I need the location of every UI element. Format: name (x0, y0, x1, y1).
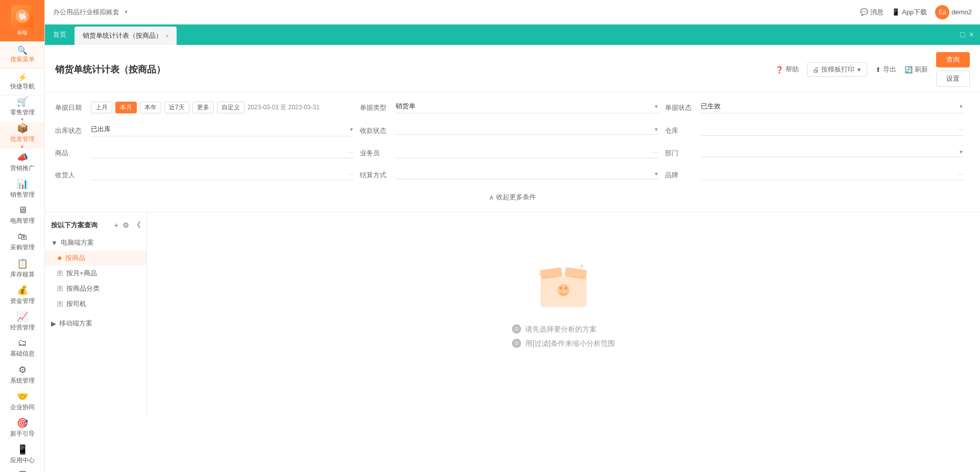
export-btn[interactable]: ⬆ 导出 (875, 65, 896, 74)
empty-state: ✦ ✦ ✦ ① 请先选择要分析的方案 (147, 213, 980, 391)
filter-row-4: 收货人 ··· 结算方式 ▼ (55, 167, 970, 183)
goods-input[interactable]: ··· (91, 148, 354, 158)
date-btn-this-year[interactable]: 本年 (140, 102, 161, 113)
user-menu[interactable]: Ea demo2 (935, 5, 972, 19)
status-select[interactable]: 已生效 ▼ (701, 102, 964, 113)
sidebar-item-finance[interactable]: 💰 资金管理 (0, 281, 44, 308)
tree-icon-2: 图 (57, 285, 63, 293)
warehouse-dots[interactable]: ··· (958, 125, 964, 133)
mobile-section-title[interactable]: ▶ 移动端方案 (45, 316, 146, 331)
date-btn-7days[interactable]: 近7天 (164, 102, 189, 113)
hint-2: ② 用[过滤]条件来缩小分析范围 (512, 336, 615, 350)
query-button[interactable]: 查询 (936, 52, 970, 67)
svg-text:✦: ✦ (579, 262, 585, 270)
empty-svg: ✦ ✦ ✦ (528, 253, 599, 310)
payment-select[interactable]: ▼ (396, 127, 658, 135)
top-header: 办公用品行业模拟账套 ▼ 💬 消息 📱 App下载 Ea demo2 (45, 0, 980, 25)
pc-section-title[interactable]: ▼ 电脑端方案 (45, 235, 146, 250)
settlement-select[interactable]: ▼ (396, 171, 658, 179)
svg-point-7 (565, 287, 568, 290)
date-btn-this-month[interactable]: 本月 (115, 102, 137, 113)
date-btn-last-month[interactable]: 上月 (91, 102, 112, 113)
sidebar-item-system[interactable]: ⚙ 系统管理 (0, 361, 44, 388)
tab-home[interactable]: 首页 (45, 25, 75, 45)
sidebar-search-item[interactable]: 🔍 搜索菜单 (0, 41, 44, 68)
app-download-btn[interactable]: 📱 App下载 (892, 8, 927, 17)
tree-item-by-month-goods[interactable]: 图 按月+商品 (45, 266, 146, 281)
collapse-panel-btn[interactable]: 《 (133, 221, 140, 230)
sidebar-item-ecommerce[interactable]: 🖥 电商管理 (0, 202, 44, 228)
hint-1-num: ① (512, 324, 521, 334)
sidebar-quick-item[interactable]: ⚡ 快捷导航 (0, 68, 44, 96)
message-btn[interactable]: 💬 消息 (860, 8, 884, 17)
tree-expand-icon: ▼ (51, 239, 58, 247)
sidebar-item-wxwork[interactable]: 💬 企业微信 (0, 467, 44, 472)
sidebar-item-wholesale[interactable]: 📦 批发管理 ▲ (0, 122, 44, 149)
help-btn[interactable]: ❓ 帮助 (775, 65, 799, 74)
date-btn-more[interactable]: 更多 (192, 102, 214, 113)
tab-bar: 首页 销货单统计计表（按商品） × □ × (45, 25, 980, 45)
page-content: 销货单统计计表（按商品） ❓ 帮助 🖨 按模板打印 ▼ ⬆ (45, 45, 980, 472)
close-window-icon[interactable]: × (969, 30, 974, 39)
sidebar-item-enterprise[interactable]: 🤝 企业协同 (0, 388, 44, 414)
tree-item-by-goods[interactable]: ● 按商品 (45, 250, 146, 266)
print-btn[interactable]: 🖨 按模板打印 ▼ (807, 62, 867, 77)
industry-dropdown-arrow[interactable]: ▼ (124, 9, 129, 15)
sidebar: 畅 标版 🔍 搜索菜单 ⚡ 快捷导航 🛒 零售管理 ▼ 📦 批发管理 (0, 0, 45, 472)
tab-close-btn[interactable]: × (165, 33, 168, 39)
staff-dots[interactable]: ··· (653, 148, 659, 156)
logo-subtitle: 标版 (17, 29, 28, 36)
help-icon: ❓ (775, 66, 783, 74)
add-scheme-btn[interactable]: + (114, 221, 118, 229)
collapse-btn[interactable]: ∧ 收起更多条件 (485, 188, 540, 206)
collapse-up-icon: ∧ (489, 194, 494, 201)
out-status-arrow: ▼ (349, 127, 354, 132)
type-select[interactable]: 销货单 ▼ (396, 102, 658, 113)
sidebar-item-guide[interactable]: 🎯 新手引导 (0, 414, 44, 441)
tree-item-by-driver[interactable]: 图 按司机 (45, 296, 146, 312)
setting-button[interactable]: 设置 (936, 70, 970, 87)
sidebar-item-appstore[interactable]: 📱 应用中心 (0, 441, 44, 467)
brand-input[interactable]: ··· (701, 170, 964, 180)
type-dropdown-arrow: ▼ (654, 104, 659, 109)
sidebar-item-retail[interactable]: 🛒 零售管理 ▼ (0, 96, 44, 122)
sidebar-item-marketing[interactable]: 📣 营销推广 (0, 149, 44, 175)
sidebar-item-basic[interactable]: 🗂 基础信息 (0, 335, 44, 361)
tab-active[interactable]: 销货单统计计表（按商品） × (75, 27, 177, 45)
sidebar-item-operations[interactable]: 📈 经营管理 (0, 308, 44, 335)
tree-expand-icon-mobile: ▶ (51, 320, 56, 327)
avatar: Ea (935, 5, 949, 19)
sidebar-item-purchase[interactable]: 🛍 采购管理 (0, 228, 44, 255)
dept-arrow: ▼ (959, 149, 964, 155)
out-status-label: 出库状态 (55, 126, 91, 135)
dept-select[interactable]: ▼ (701, 149, 964, 157)
filter-row-2: 出库状态 已出库 ▼ 收款状态 ▼ (55, 122, 970, 139)
refresh-btn[interactable]: 🔄 刷新 (904, 65, 928, 74)
warehouse-input[interactable]: ··· (701, 125, 964, 136)
receiver-input[interactable]: ··· (91, 170, 354, 180)
receiver-dots[interactable]: ··· (348, 170, 354, 178)
left-panel-header: 按以下方案查询 + ⚙ 《 (45, 218, 146, 233)
goods-label: 商品 (55, 149, 91, 158)
sidebar-item-inventory[interactable]: 📋 库存核算 (0, 255, 44, 281)
sidebar-item-sales[interactable]: 📊 销售管理 (0, 175, 44, 202)
out-status-select[interactable]: 已出库 ▼ (91, 125, 354, 136)
date-range: 2023-03-01 至 2023-03-31 (248, 103, 320, 112)
edit-scheme-btn[interactable]: ⚙ (122, 221, 129, 229)
settlement-arrow: ▼ (654, 171, 659, 177)
tree-item-by-category[interactable]: 图 按商品分类 (45, 281, 146, 296)
date-btn-custom[interactable]: 自定义 (217, 102, 244, 113)
goods-filter-cell: 商品 ··· (55, 145, 360, 161)
mobile-section-label: 移动端方案 (59, 319, 92, 328)
minimize-icon[interactable]: □ (960, 30, 965, 39)
staff-label: 业务员 (360, 149, 396, 158)
staff-input[interactable]: ··· (396, 148, 658, 158)
goods-dots[interactable]: ··· (348, 148, 354, 156)
brand-dots[interactable]: ··· (958, 170, 964, 178)
svg-text:✦: ✦ (537, 271, 542, 278)
receiver-filter-cell: 收货人 ··· (55, 167, 360, 183)
print-icon: 🖨 (813, 66, 819, 74)
filter-row-1: 单据日期 上月 本月 本年 近7天 更多 自定义 2023-03-01 至 20… (55, 99, 970, 116)
settlement-filter-cell: 结算方式 ▼ (360, 167, 665, 183)
pc-section-label: 电脑端方案 (61, 238, 94, 247)
